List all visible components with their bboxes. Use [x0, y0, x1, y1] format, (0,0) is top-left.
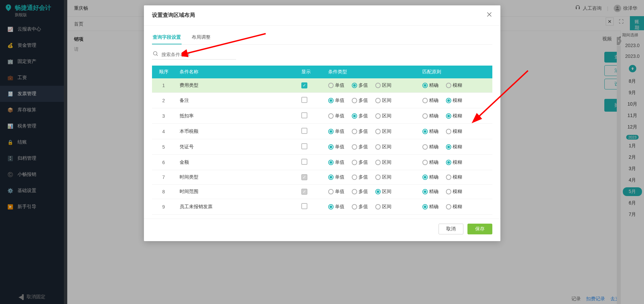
type-group: 单值多值区间 — [328, 144, 414, 150]
display-checkbox — [301, 174, 307, 180]
display-checkbox[interactable] — [301, 112, 307, 118]
row-name: 凭证号 — [176, 139, 297, 155]
condition-row[interactable]: 5凭证号单值多值区间精确模糊 — [152, 139, 492, 155]
display-checkbox[interactable] — [301, 128, 307, 134]
radio-multi[interactable]: 多值 — [352, 189, 368, 195]
radio-multi[interactable]: 多值 — [352, 128, 368, 135]
radio-multi[interactable]: 多值 — [352, 98, 368, 104]
search-icon — [153, 51, 159, 58]
match-group: 精确模糊 — [422, 98, 488, 104]
radio-fuzzy[interactable]: 模糊 — [446, 174, 462, 180]
modal-save-button[interactable]: 保存 — [467, 224, 492, 234]
match-group: 精确模糊 — [422, 144, 488, 150]
radio-range[interactable]: 区间 — [375, 128, 391, 135]
radio-exact[interactable]: 精确 — [422, 144, 439, 150]
radio-single[interactable]: 单值 — [328, 98, 344, 104]
modal-tab-fields[interactable]: 查询字段设置 — [152, 32, 182, 44]
type-group: 单值多值区间 — [328, 128, 414, 135]
radio-range[interactable]: 区间 — [375, 159, 391, 165]
row-index: 1 — [152, 78, 176, 93]
radio-multi[interactable]: 多值 — [352, 144, 368, 150]
col-display: 显示 — [297, 66, 324, 78]
display-checkbox[interactable] — [301, 82, 307, 88]
radio-fuzzy[interactable]: 模糊 — [446, 204, 462, 210]
radio-single[interactable]: 单值 — [328, 82, 344, 88]
radio-range[interactable]: 区间 — [375, 204, 391, 210]
radio-range[interactable]: 区间 — [375, 189, 391, 195]
radio-exact[interactable]: 精确 — [422, 159, 439, 165]
radio-fuzzy[interactable]: 模糊 — [446, 113, 462, 119]
match-group: 精确模糊 — [422, 189, 488, 195]
type-group: 单值多值区间 — [328, 174, 414, 180]
modal-search-input[interactable] — [161, 52, 235, 57]
modal-tab-layout[interactable]: 布局调整 — [191, 32, 211, 44]
row-index: 8 — [152, 185, 176, 199]
condition-row[interactable]: 1费用类型单值多值区间精确模糊 — [152, 78, 492, 93]
modal-title: 设置查询区域布局 — [152, 12, 486, 19]
radio-fuzzy[interactable]: 模糊 — [446, 159, 462, 165]
match-group: 精确模糊 — [422, 204, 488, 210]
radio-fuzzy[interactable]: 模糊 — [446, 128, 462, 135]
radio-single[interactable]: 单值 — [328, 204, 344, 210]
col-match: 匹配原则 — [418, 66, 492, 78]
radio-range[interactable]: 区间 — [375, 98, 391, 104]
radio-fuzzy[interactable]: 模糊 — [446, 144, 462, 150]
condition-row[interactable]: 4本币税额单值多值区间精确模糊 — [152, 124, 492, 139]
condition-row[interactable]: 9员工未报销发票单值多值区间精确模糊 — [152, 199, 492, 215]
modal-search-box[interactable] — [152, 49, 236, 60]
condition-row[interactable]: 6金额单值多值区间精确模糊 — [152, 155, 492, 170]
condition-row[interactable]: 2备注单值多值区间精确模糊 — [152, 93, 492, 108]
radio-single[interactable]: 单值 — [328, 189, 344, 195]
svg-point-0 — [153, 51, 157, 55]
radio-exact[interactable]: 精确 — [422, 98, 439, 104]
display-checkbox[interactable] — [301, 143, 307, 149]
match-group: 精确模糊 — [422, 159, 488, 165]
type-group: 单值多值区间 — [328, 189, 414, 195]
radio-multi[interactable]: 多值 — [352, 113, 368, 119]
match-group: 精确模糊 — [422, 128, 488, 135]
display-checkbox[interactable] — [301, 97, 307, 103]
radio-fuzzy[interactable]: 模糊 — [446, 189, 462, 195]
row-name: 员工未报销发票 — [176, 199, 297, 215]
radio-multi[interactable]: 多值 — [352, 174, 368, 180]
radio-exact[interactable]: 精确 — [422, 204, 439, 210]
radio-exact[interactable]: 精确 — [422, 82, 439, 88]
display-checkbox[interactable] — [301, 203, 307, 209]
radio-range[interactable]: 区间 — [375, 113, 391, 119]
row-index: 2 — [152, 93, 176, 108]
radio-exact[interactable]: 精确 — [422, 128, 439, 135]
row-name: 备注 — [176, 93, 297, 108]
radio-single[interactable]: 单值 — [328, 159, 344, 165]
radio-single[interactable]: 单值 — [328, 113, 344, 119]
row-name: 金额 — [176, 155, 297, 170]
radio-fuzzy[interactable]: 模糊 — [446, 98, 462, 104]
condition-row[interactable]: 8时间范围单值多值区间精确模糊 — [152, 185, 492, 199]
radio-multi[interactable]: 多值 — [352, 159, 368, 165]
modal-cancel-button[interactable]: 取消 — [439, 224, 463, 234]
radio-exact[interactable]: 精确 — [422, 174, 439, 180]
match-group: 精确模糊 — [422, 82, 488, 88]
radio-exact[interactable]: 精确 — [422, 189, 439, 195]
modal-close-button[interactable] — [486, 11, 492, 19]
row-index: 3 — [152, 108, 176, 124]
radio-single[interactable]: 单值 — [328, 174, 344, 180]
row-name: 费用类型 — [176, 78, 297, 93]
radio-multi[interactable]: 多值 — [352, 82, 368, 88]
radio-fuzzy[interactable]: 模糊 — [446, 82, 462, 88]
display-checkbox[interactable] — [301, 159, 307, 165]
radio-range[interactable]: 区间 — [375, 82, 391, 88]
type-group: 单值多值区间 — [328, 82, 414, 88]
radio-range[interactable]: 区间 — [375, 174, 391, 180]
col-order: 顺序 — [152, 66, 176, 78]
radio-single[interactable]: 单值 — [328, 128, 344, 135]
condition-row[interactable]: 7时间类型单值多值区间精确模糊 — [152, 170, 492, 185]
condition-row[interactable]: 3抵扣率单值多值区间精确模糊 — [152, 108, 492, 124]
radio-multi[interactable]: 多值 — [352, 204, 368, 210]
row-name: 时间范围 — [176, 185, 297, 199]
radio-range[interactable]: 区间 — [375, 144, 391, 150]
row-index: 4 — [152, 124, 176, 139]
type-group: 单值多值区间 — [328, 113, 414, 119]
settings-modal: 设置查询区域布局 查询字段设置 布局调整 顺序 条件名称 — [144, 5, 500, 241]
radio-exact[interactable]: 精确 — [422, 113, 439, 119]
radio-single[interactable]: 单值 — [328, 144, 344, 150]
